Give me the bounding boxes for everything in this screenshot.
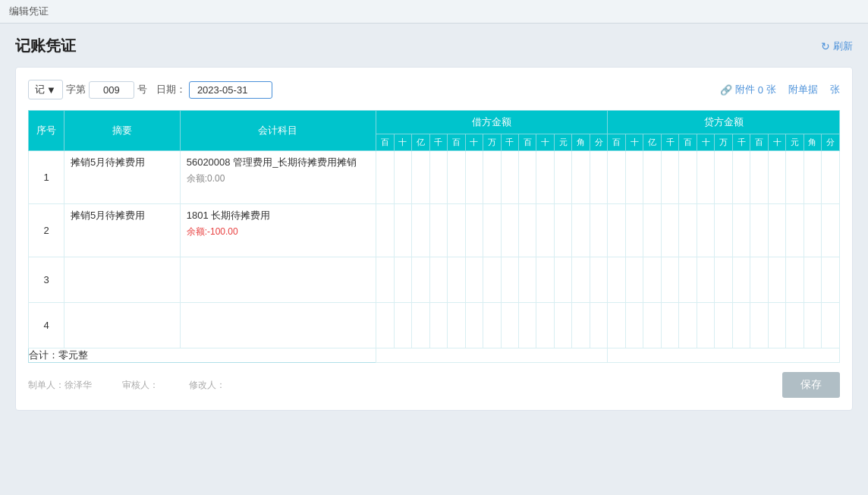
row-3-credit-9[interactable] bbox=[768, 303, 785, 348]
row-3-credit-1[interactable] bbox=[625, 303, 643, 348]
row-1-debit-4[interactable] bbox=[448, 204, 465, 257]
row-3-desc[interactable] bbox=[64, 303, 180, 348]
row-0-credit-11[interactable] bbox=[804, 151, 821, 204]
row-1-credit-0[interactable] bbox=[608, 204, 625, 257]
row-1-credit-9[interactable] bbox=[768, 204, 785, 257]
row-0-debit-11[interactable] bbox=[572, 151, 590, 204]
row-0-debit-3[interactable] bbox=[429, 151, 447, 204]
row-0-credit-1[interactable] bbox=[625, 151, 643, 204]
row-1-debit-12[interactable] bbox=[590, 204, 607, 257]
row-3-debit-7[interactable] bbox=[501, 303, 518, 348]
row-3-credit-2[interactable] bbox=[643, 303, 661, 348]
row-3-account[interactable] bbox=[180, 303, 376, 348]
row-1-debit-0[interactable] bbox=[376, 204, 394, 257]
row-3-debit-1[interactable] bbox=[394, 303, 411, 348]
row-3-credit-6[interactable] bbox=[715, 303, 732, 348]
row-0-credit-9[interactable] bbox=[768, 151, 785, 204]
row-1-debit-6[interactable] bbox=[483, 204, 501, 257]
row-3-debit-3[interactable] bbox=[429, 303, 447, 348]
attachment-link[interactable]: 🔗 附件 0 张 bbox=[720, 83, 776, 96]
row-3-credit-4[interactable] bbox=[679, 303, 697, 348]
row-0-credit-3[interactable] bbox=[661, 151, 678, 204]
row-2-credit-10[interactable] bbox=[786, 257, 804, 303]
row-2-credit-7[interactable] bbox=[732, 257, 750, 303]
row-0-debit-8[interactable] bbox=[519, 151, 536, 204]
row-3-credit-0[interactable] bbox=[608, 303, 625, 348]
row-1-debit-1[interactable] bbox=[394, 204, 411, 257]
row-2-credit-5[interactable] bbox=[697, 257, 714, 303]
row-2-debit-5[interactable] bbox=[465, 257, 483, 303]
row-0-debit-1[interactable] bbox=[394, 151, 411, 204]
date-input[interactable] bbox=[189, 81, 272, 99]
row-2-credit-12[interactable] bbox=[822, 257, 840, 303]
row-0-debit-9[interactable] bbox=[536, 151, 554, 204]
row-1-debit-2[interactable] bbox=[412, 204, 429, 257]
row-0-credit-6[interactable] bbox=[715, 151, 732, 204]
row-2-debit-1[interactable] bbox=[394, 257, 411, 303]
row-1-credit-4[interactable] bbox=[679, 204, 697, 257]
row-0-credit-10[interactable] bbox=[786, 151, 804, 204]
row-3-debit-10[interactable] bbox=[554, 303, 571, 348]
row-3-credit-8[interactable] bbox=[750, 303, 768, 348]
row-1-credit-10[interactable] bbox=[786, 204, 804, 257]
row-3-debit-5[interactable] bbox=[465, 303, 483, 348]
row-2-desc[interactable] bbox=[64, 257, 180, 303]
row-2-debit-7[interactable] bbox=[501, 257, 518, 303]
row-0-debit-7[interactable] bbox=[501, 151, 518, 204]
row-3-credit-3[interactable] bbox=[661, 303, 678, 348]
row-0-credit-8[interactable] bbox=[750, 151, 768, 204]
row-3-debit-4[interactable] bbox=[448, 303, 465, 348]
row-3-credit-10[interactable] bbox=[786, 303, 804, 348]
type-dropdown[interactable]: 记 ▼ bbox=[28, 80, 63, 99]
row-1-debit-5[interactable] bbox=[465, 204, 483, 257]
row-3-credit-11[interactable] bbox=[804, 303, 821, 348]
row-2-credit-9[interactable] bbox=[768, 257, 785, 303]
voucher-number-input[interactable] bbox=[89, 81, 134, 99]
row-2-credit-3[interactable] bbox=[661, 257, 678, 303]
row-2-debit-9[interactable] bbox=[536, 257, 554, 303]
row-1-debit-10[interactable] bbox=[554, 204, 571, 257]
row-2-credit-11[interactable] bbox=[804, 257, 821, 303]
row-3-debit-11[interactable] bbox=[572, 303, 590, 348]
row-1-credit-5[interactable] bbox=[697, 204, 714, 257]
row-0-credit-4[interactable] bbox=[679, 151, 697, 204]
row-0-credit-2[interactable] bbox=[643, 151, 661, 204]
row-2-debit-6[interactable] bbox=[483, 257, 501, 303]
row-3-credit-7[interactable] bbox=[732, 303, 750, 348]
row-1-desc[interactable]: 摊销5月待摊费用 bbox=[64, 204, 180, 257]
row-0-credit-0[interactable] bbox=[608, 151, 625, 204]
row-0-debit-0[interactable] bbox=[376, 151, 394, 204]
row-2-credit-4[interactable] bbox=[679, 257, 697, 303]
row-1-credit-7[interactable] bbox=[732, 204, 750, 257]
row-2-debit-3[interactable] bbox=[429, 257, 447, 303]
row-0-desc[interactable]: 摊销5月待摊费用 bbox=[64, 151, 180, 204]
row-1-account[interactable]: 1801 长期待摊费用余额:-100.00 bbox=[180, 204, 376, 257]
row-2-debit-12[interactable] bbox=[590, 257, 607, 303]
row-1-credit-1[interactable] bbox=[625, 204, 643, 257]
row-3-debit-0[interactable] bbox=[376, 303, 394, 348]
refresh-button[interactable]: ↻ 刷新 bbox=[821, 39, 853, 53]
row-0-debit-12[interactable] bbox=[590, 151, 607, 204]
row-2-credit-6[interactable] bbox=[715, 257, 732, 303]
row-3-credit-5[interactable] bbox=[697, 303, 714, 348]
row-1-debit-7[interactable] bbox=[501, 204, 518, 257]
row-3-debit-2[interactable] bbox=[412, 303, 429, 348]
row-2-debit-0[interactable] bbox=[376, 257, 394, 303]
row-0-debit-4[interactable] bbox=[448, 151, 465, 204]
row-1-credit-3[interactable] bbox=[661, 204, 678, 257]
row-1-credit-12[interactable] bbox=[822, 204, 840, 257]
row-3-debit-9[interactable] bbox=[536, 303, 554, 348]
row-1-debit-3[interactable] bbox=[429, 204, 447, 257]
row-2-debit-4[interactable] bbox=[448, 257, 465, 303]
attach-single-link[interactable]: 附单据 bbox=[788, 83, 818, 96]
row-3-credit-12[interactable] bbox=[822, 303, 840, 348]
row-0-debit-5[interactable] bbox=[465, 151, 483, 204]
row-2-debit-11[interactable] bbox=[572, 257, 590, 303]
row-0-credit-5[interactable] bbox=[697, 151, 714, 204]
row-0-debit-6[interactable] bbox=[483, 151, 501, 204]
row-1-credit-6[interactable] bbox=[715, 204, 732, 257]
row-2-credit-8[interactable] bbox=[750, 257, 768, 303]
row-2-account[interactable] bbox=[180, 257, 376, 303]
row-0-account[interactable]: 56020008 管理费用_长期待摊费用摊销余额:0.00 bbox=[180, 151, 376, 204]
row-3-debit-6[interactable] bbox=[483, 303, 501, 348]
